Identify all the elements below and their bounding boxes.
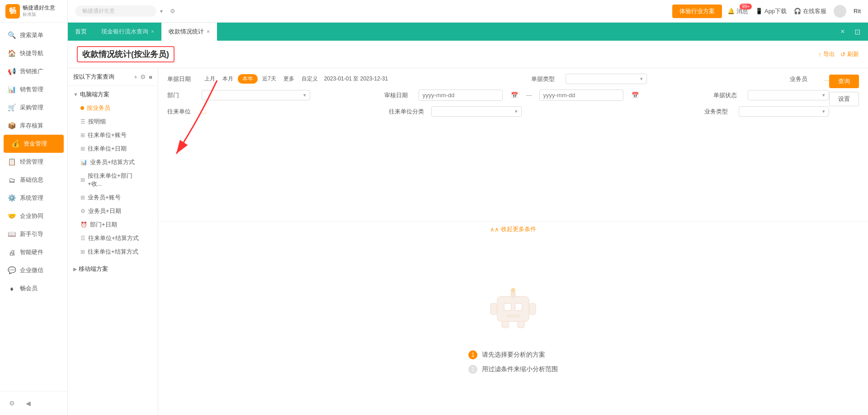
- content-area: 按以下方案查询 + ⚙ « ▼ 电脑端方案: [68, 68, 868, 415]
- date-btn-this-year[interactable]: 本年: [238, 74, 258, 84]
- sidebar-item-finance[interactable]: 💰 资金管理: [4, 135, 64, 153]
- wechat-icon: 💬: [7, 266, 16, 275]
- page-header: 收款情况统计(按业务员) ↑ 导出 ↺ 刷新: [68, 41, 868, 68]
- sales-icon: 📊: [7, 85, 16, 94]
- finance-icon: 💰: [11, 139, 20, 148]
- user-avatar[interactable]: [834, 5, 846, 18]
- tab-receipt-stats-close[interactable]: ×: [207, 28, 210, 35]
- partner-category-select[interactable]: ▾: [431, 106, 522, 117]
- tab-bank-flow-close[interactable]: ×: [151, 28, 154, 35]
- scheme-item-partner-date[interactable]: ⊞ 往来单位+日期: [68, 142, 158, 156]
- sidebar-item-operation[interactable]: 📋 经营管理: [0, 153, 67, 171]
- clock-icon: ⏰: [80, 222, 87, 228]
- sidebar-item-member[interactable]: ♦ 畅会员: [0, 279, 67, 297]
- scheme-item-partner-settlement2[interactable]: ⊞ 往来单位+结算方式: [68, 245, 158, 259]
- header-dropdown-arrow[interactable]: ▾: [160, 8, 163, 14]
- header-right: 🔔 消息 99+ 📱 App下载 🎧 在线客服 Rit: [727, 5, 861, 18]
- scheme-group-mobile-header[interactable]: ▶ 移动端方案: [68, 262, 158, 276]
- empty-robot-icon: [486, 278, 540, 341]
- sidebar-item-wechat[interactable]: 💬 企业微信: [0, 261, 67, 279]
- scheme-item-salesman-account[interactable]: ⊞ 业务员+账号: [68, 191, 158, 204]
- date-label: 单据日期: [167, 75, 194, 83]
- scheme-item-partner-account[interactable]: ⊞ 往来单位+账号: [68, 128, 158, 142]
- scheme-item-by-detail[interactable]: ☰ 按明细: [68, 115, 158, 128]
- chevron-down-icon: ▼: [73, 92, 78, 97]
- doc-type-select[interactable]: ▾: [566, 74, 647, 84]
- scheme-collapse-icon[interactable]: «: [149, 73, 152, 80]
- sidebar-item-basic[interactable]: 🗂 基础信息: [0, 171, 67, 189]
- dept-label: 部门: [167, 91, 194, 99]
- sidebar-item-marketing[interactable]: 📢 营销推广: [0, 62, 67, 80]
- logo-text: 畅捷通好生意: [23, 5, 55, 12]
- inventory-icon: 📦: [7, 121, 16, 130]
- header-settings-btn[interactable]: ⚙: [166, 5, 179, 18]
- user-label: Rit: [854, 8, 861, 14]
- doc-type-arrow: ▾: [640, 76, 643, 82]
- sidebar-item-enterprise[interactable]: 🤝 企业协同: [0, 207, 67, 225]
- header-search-display: 畅捷通好生意: [75, 5, 156, 17]
- scheme-item-partner-dept[interactable]: ⊞ 按往来单位+部门+收...: [68, 169, 158, 191]
- operation-icon: 📋: [7, 157, 16, 166]
- sidebar-item-sales[interactable]: 📊 销售管理: [0, 80, 67, 99]
- step-2-num: 2: [468, 365, 477, 374]
- scheme-item-salesman-settlement[interactable]: 📊 业务员+结算方式: [68, 156, 158, 169]
- date-btn-custom[interactable]: 自定义: [299, 74, 321, 84]
- scheme-item-dept-date[interactable]: ⏰ 部门+日期: [68, 218, 158, 231]
- enterprise-icon: 🤝: [7, 212, 16, 221]
- biz-type-select[interactable]: ▾: [739, 106, 829, 117]
- app-download-item[interactable]: 📱 App下载: [755, 7, 787, 15]
- sidebar-item-search[interactable]: 🔍 搜索菜单: [0, 26, 67, 44]
- sidebar-item-system[interactable]: ⚙️ 系统管理: [0, 189, 67, 207]
- tab-maximize-btn[interactable]: ⊡: [852, 26, 863, 37]
- marketing-icon: 📢: [7, 67, 16, 76]
- sidebar-item-inventory[interactable]: 📦 库存核算: [0, 117, 67, 135]
- scheme-item-by-salesman[interactable]: 按业务员: [68, 101, 158, 115]
- tab-close-all-btn[interactable]: ×: [837, 26, 848, 37]
- right-panel: 单据日期 上月 本月 本年 近7天 更多 自定义: [158, 68, 868, 415]
- scheme-header-actions: + ⚙ «: [134, 73, 152, 80]
- scheme-item-salesman-date[interactable]: ⚙ 业务员+日期: [68, 204, 158, 218]
- review-date-to[interactable]: [539, 90, 623, 101]
- tab-home[interactable]: 首页: [68, 23, 94, 41]
- messages-item[interactable]: 🔔 消息 99+: [727, 7, 748, 15]
- tab-receipt-stats[interactable]: 收款情况统计 ×: [161, 23, 217, 41]
- scheme-add-icon[interactable]: +: [134, 73, 137, 80]
- date-btn-7days[interactable]: 近7天: [259, 74, 279, 84]
- scheme-group-desktop-header[interactable]: ▼ 电脑端方案: [68, 88, 158, 101]
- member-icon: ♦: [7, 284, 16, 293]
- online-service-item[interactable]: 🎧 在线客服: [794, 7, 826, 15]
- scheme-header: 按以下方案查询 + ⚙ «: [68, 68, 158, 86]
- sidebar-settings-btn[interactable]: ⚙: [5, 397, 18, 410]
- gear-icon: ⚙: [80, 208, 85, 214]
- sidebar-collapse-btn[interactable]: ◀: [22, 397, 34, 410]
- doc-status-select[interactable]: ▾: [748, 90, 829, 100]
- salesman-more[interactable]: ...: [824, 75, 829, 82]
- date-btn-this-month[interactable]: 本月: [220, 74, 236, 84]
- tab-bank-flow[interactable]: 现金银行流水查询 ×: [94, 23, 161, 41]
- dept-select[interactable]: ▾: [202, 90, 310, 100]
- scheme-item-partner-settlement1[interactable]: ☰ 往来单位+结算方式: [68, 231, 158, 245]
- query-btn[interactable]: 查询: [829, 75, 859, 88]
- filter-row-3: 往来单位 ... 往来单位分类 ▾ 业务类型: [167, 106, 829, 117]
- refresh-btn[interactable]: ↺ 刷新: [840, 50, 859, 58]
- export-btn[interactable]: ↑ 导出: [819, 50, 835, 58]
- trial-btn[interactable]: 体验行业方案: [672, 5, 722, 18]
- date-btn-last-month[interactable]: 上月: [202, 74, 218, 84]
- review-date-from[interactable]: [419, 90, 503, 101]
- empty-steps: 1 请先选择要分析的方案 2 用过滤条件来缩小分析范围: [468, 350, 558, 374]
- salesman-label: 业务员: [790, 75, 817, 83]
- doc-status-arrow: ▾: [822, 92, 825, 98]
- sidebar-item-guide[interactable]: 📖 新手引导: [0, 225, 67, 243]
- sidebar-item-hardware[interactable]: 🖨 智能硬件: [0, 243, 67, 261]
- sidebar-item-quick-nav[interactable]: 🏠 快捷导航: [0, 44, 67, 62]
- filter-settings-btn[interactable]: 设置: [829, 92, 859, 106]
- date-btn-more[interactable]: 更多: [281, 74, 297, 84]
- collapse-bar[interactable]: ∧∧ 收起更多条件: [158, 221, 868, 237]
- scheme-settings-icon[interactable]: ⚙: [140, 73, 146, 80]
- calendar-icon-1: 📅: [511, 92, 518, 99]
- export-icon: ↑: [819, 51, 822, 58]
- filter-right-actions: 查询 设置: [829, 74, 859, 106]
- partner-more[interactable]: ...: [202, 108, 207, 115]
- step-1-num: 1: [468, 350, 477, 359]
- sidebar-item-purchase[interactable]: 🛒 采购管理: [0, 99, 67, 117]
